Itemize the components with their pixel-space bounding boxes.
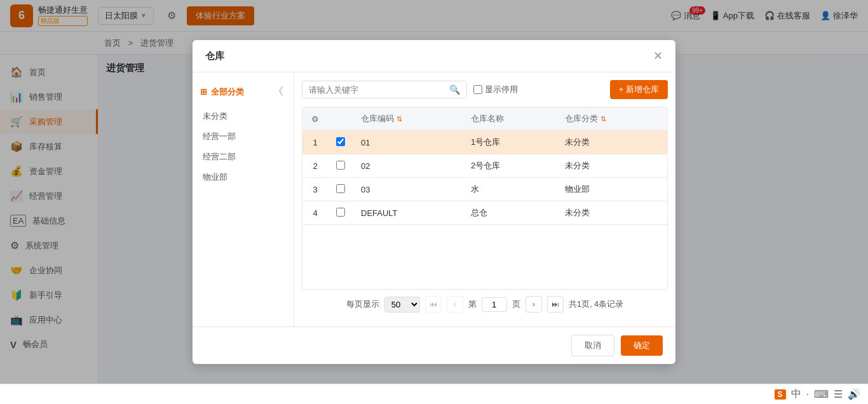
row-checkbox[interactable] [336,208,345,217]
category-panel: ⊞ 全部分类 《 未分类 经营一部 经营二部 物业部 [193,72,294,327]
show-disabled-text: 显示停用 [485,84,518,95]
column-check [328,107,353,131]
modal-overlay: 仓库 ✕ ⊞ 全部分类 《 未分类 经营一部 经营二部 物业部 [0,0,868,404]
table-row[interactable]: 1 01 1号仓库 未分类 [302,131,667,154]
category-header: ⊞ 全部分类 《 [193,80,294,104]
warehouse-table: ⚙ 仓库编码 ⇅ 仓库名称 仓库分类 ⇅ [302,107,668,290]
row-gear: 2 [302,154,328,178]
chinese-input-icon[interactable]: 中 [791,387,801,401]
last-page-button[interactable]: ⏭ [547,296,564,313]
dialog-body: ⊞ 全部分类 《 未分类 经营一部 经营二部 物业部 🔍 [193,72,675,327]
row-checkbox[interactable] [336,161,345,170]
all-category-label: 全部分类 [211,86,244,98]
row-code: 02 [353,154,463,178]
dialog-title: 仓库 [205,50,224,62]
pagination: 每页显示 50 20 100 ⏮ ‹ 第 页 › ⏭ 共1页, 4条记录 [302,290,668,319]
row-checkbox[interactable] [336,184,345,193]
column-gear[interactable]: ⚙ [302,107,328,131]
row-name: 总仓 [463,201,557,225]
table-row[interactable]: 3 03 水 物业部 [302,178,667,201]
row-category: 未分类 [557,154,667,178]
row-name: 水 [463,178,557,201]
grid-icon: ⊞ [200,87,207,97]
table-row[interactable]: 4 DEFAULT 总仓 未分类 [302,201,667,225]
table-panel: 🔍 显示停用 + 新增仓库 ⚙ [294,72,675,327]
search-box: 🔍 [302,81,467,98]
s-icon: S [775,389,786,400]
add-warehouse-button[interactable]: + 新增仓库 [610,80,668,99]
page-unit: 页 [512,299,520,310]
page-number-input[interactable] [482,297,507,312]
page-label: 第 [468,299,477,310]
row-category: 未分类 [557,201,667,225]
row-category: 未分类 [557,131,667,154]
dialog-close-button[interactable]: ✕ [653,49,663,63]
row-name: 2号仓库 [463,154,557,178]
keyboard-icon[interactable]: ⌨ [814,388,829,400]
row-code: 03 [353,178,463,201]
category-item-dept1[interactable]: 经营一部 [193,126,294,147]
all-category-item[interactable]: ⊞ 全部分类 [200,86,244,98]
per-page-select[interactable]: 50 20 100 [384,297,420,313]
column-code: 仓库编码 ⇅ [353,107,463,131]
prev-page-button[interactable]: ‹ [447,296,463,313]
row-gear: 3 [302,178,328,201]
show-disabled-label[interactable]: 显示停用 [473,84,518,95]
table-header-row: ⚙ 仓库编码 ⇅ 仓库名称 仓库分类 ⇅ [302,107,667,131]
row-category: 物业部 [557,178,667,201]
total-info: 共1页, 4条记录 [569,299,624,310]
category-item-unclassified[interactable]: 未分类 [193,106,294,126]
task-icon[interactable]: ☰ [834,388,843,400]
warehouse-dialog: 仓库 ✕ ⊞ 全部分类 《 未分类 经营一部 经营二部 物业部 [193,40,675,364]
first-page-button[interactable]: ⏮ [425,296,442,313]
show-disabled-checkbox[interactable] [473,85,482,94]
bottom-bar: S 中 · ⌨ ☰ 🔊 [0,384,868,404]
column-name: 仓库名称 [463,107,557,131]
category-item-dept2[interactable]: 经营二部 [193,147,294,167]
row-code: 01 [353,131,463,154]
dialog-header: 仓库 ✕ [193,40,675,72]
confirm-button[interactable]: 确定 [621,335,663,356]
sort-category-icon[interactable]: ⇅ [600,115,606,123]
row-checkbox-cell[interactable] [328,201,353,225]
row-checkbox-cell[interactable] [328,178,353,201]
row-code: DEFAULT [353,201,463,225]
row-gear: 1 [302,131,328,154]
next-page-button[interactable]: › [526,296,542,313]
category-item-property[interactable]: 物业部 [193,167,294,187]
collapse-button[interactable]: 《 [271,84,286,100]
table-toolbar: 🔍 显示停用 + 新增仓库 [302,80,668,99]
cancel-button[interactable]: 取消 [571,335,614,356]
dot-icon: · [806,389,809,400]
search-input[interactable] [309,85,449,95]
per-page-label: 每页显示 [346,299,379,310]
row-checkbox-cell[interactable] [328,154,353,178]
volume-icon[interactable]: 🔊 [848,388,860,400]
row-checkbox-cell[interactable] [328,131,353,154]
column-category: 仓库分类 ⇅ [557,107,667,131]
dialog-footer: 取消 确定 [193,327,675,364]
sort-code-icon[interactable]: ⇅ [397,115,402,123]
row-checkbox[interactable] [336,137,345,146]
row-gear: 4 [302,201,328,225]
table-row[interactable]: 2 02 2号仓库 未分类 [302,154,667,178]
search-icon[interactable]: 🔍 [449,84,460,95]
row-name: 1号仓库 [463,131,557,154]
